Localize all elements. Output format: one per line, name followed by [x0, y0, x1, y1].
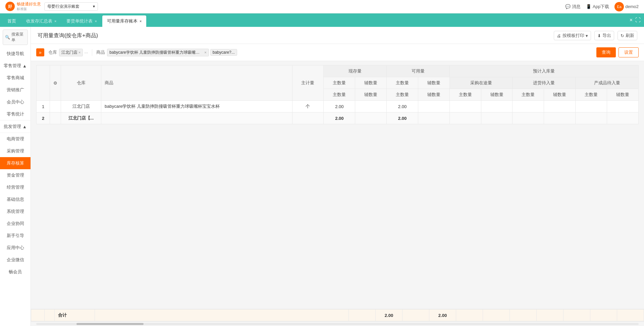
- sidebar-item-member[interactable]: 畅会员: [0, 266, 31, 278]
- sidebar-item-member-center[interactable]: 会员中心: [0, 96, 31, 108]
- summary-p2: [510, 310, 537, 321]
- cell-incoming-aux: [544, 112, 576, 124]
- expand-icon: ▲: [22, 124, 27, 129]
- th-available-main: 主数量: [387, 77, 418, 89]
- th-purchase-group: 采购在途量: [449, 77, 513, 89]
- summary-p6: [617, 310, 644, 321]
- tab-income-summary[interactable]: 收发存汇总表 ×: [21, 15, 61, 27]
- sidebar-item-label: 电商管理: [7, 136, 24, 142]
- sidebar-item-label: 营销推广: [7, 87, 24, 93]
- tab-bar-actions: × ⛶: [630, 17, 641, 23]
- close-icon[interactable]: ×: [204, 50, 206, 54]
- search-label: 搜索菜单: [11, 32, 25, 43]
- summary-available-aux: [456, 310, 483, 321]
- summary-p4: [564, 310, 590, 321]
- sidebar-item-operations[interactable]: 经营管理: [0, 181, 31, 193]
- product-tag-1[interactable]: babycare学饮杯 儿童防摔防撞吸管杯重力球吸嘴杯宝宝水杯 ×: [107, 49, 209, 56]
- sidebar-item-new-guide[interactable]: 新手引导: [0, 230, 31, 242]
- sidebar-item-label: 畅会员: [9, 269, 22, 275]
- close-icon[interactable]: ×: [54, 19, 56, 23]
- sidebar-item-retail-mgmt[interactable]: 零售管理 ▲: [0, 60, 31, 72]
- top-bar-right: 💬 消息 📱 App下载 Ea demo2: [565, 2, 639, 11]
- table-footer: 合计 2.00 2.00: [31, 309, 644, 321]
- settings-btn[interactable]: 设置: [619, 47, 639, 57]
- sidebar-item-wholesale-mgmt[interactable]: 批发管理 ▲: [0, 121, 31, 133]
- summary-empty2: [45, 310, 55, 321]
- table-row[interactable]: 2 江北门店【... 2.00 2.00: [37, 112, 639, 124]
- filter-expand-btn[interactable]: »: [36, 48, 44, 56]
- sidebar-item-finance[interactable]: 资金管理: [0, 169, 31, 181]
- sidebar-item-retail-mall[interactable]: 零售商城: [0, 72, 31, 84]
- app-download-btn[interactable]: 📱 App下载: [586, 4, 609, 10]
- th-incoming-group: 进货待入量: [513, 77, 576, 89]
- sidebar-item-inventory[interactable]: 库存核算: [0, 157, 31, 169]
- th-stock-aux2: 辅数量: [355, 89, 387, 101]
- query-btn[interactable]: 查询: [596, 47, 616, 57]
- sidebar-search-btn[interactable]: 🔍 搜索菜单: [3, 30, 28, 45]
- warehouse-tag[interactable]: 江北门店 ×: [59, 49, 83, 56]
- th-incoming-main: 主数量: [513, 89, 544, 101]
- export-btn[interactable]: ⬇ 导出: [594, 31, 614, 40]
- sidebar-group-wholesale: 批发管理 ▲: [0, 121, 31, 133]
- close-icon[interactable]: ×: [95, 19, 97, 23]
- close-icon[interactable]: ×: [78, 50, 80, 54]
- user-name: demo2: [625, 4, 639, 9]
- th-incoming-aux: 辅数量: [544, 89, 576, 101]
- cell-purchase-main: [449, 101, 481, 112]
- export-icon: ⬇: [597, 33, 601, 38]
- summary-label: 合计: [55, 310, 95, 321]
- sidebar-item-label: 企业协同: [7, 221, 24, 227]
- th-settings[interactable]: ⚙: [50, 65, 61, 101]
- th-avail-main2: 主数量: [387, 89, 418, 101]
- store-selector[interactable]: 母婴行业演示账套 ▾: [44, 2, 98, 11]
- tab-home-label: 首页: [7, 18, 16, 24]
- summary-p3: [537, 310, 564, 321]
- cell-index: 1: [37, 101, 50, 112]
- tab-demand-stats[interactable]: 要货单统计表 ×: [62, 15, 101, 27]
- sidebar-item-retail-stats[interactable]: 零售统计: [0, 108, 31, 120]
- logo-area: 好 畅捷通好生意 标准版: [5, 2, 41, 11]
- template-print-btn[interactable]: 🖨 按模板打印 ▾: [554, 31, 591, 40]
- close-all-tabs-btn[interactable]: ×: [630, 17, 633, 23]
- scroll-thumb[interactable]: [76, 323, 144, 325]
- refresh-btn[interactable]: ↻ 刷新: [618, 31, 637, 40]
- product-tag-2[interactable]: babycare?...: [210, 49, 237, 56]
- th-available-group: 可用量: [387, 65, 450, 77]
- filter-more-btn[interactable]: ···: [84, 50, 88, 55]
- tab-available-stock[interactable]: 可用量库存账本 ×: [102, 15, 146, 27]
- expand-btn[interactable]: ⛶: [635, 17, 641, 23]
- sidebar-item-label: 快捷导航: [7, 51, 24, 57]
- cell-unit: 个: [292, 101, 324, 112]
- close-icon[interactable]: ×: [140, 19, 142, 23]
- th-unit: 主计量: [292, 65, 324, 101]
- sidebar-item-label: 应用中心: [7, 245, 24, 251]
- summary-stock-main: 2.00: [376, 310, 402, 321]
- sidebar-item-quick-nav[interactable]: 快捷导航: [0, 48, 31, 60]
- th-stock-main: 主数量: [324, 77, 355, 89]
- logo-icon: 好: [5, 2, 15, 11]
- sidebar-item-purchase[interactable]: 采购管理: [0, 145, 31, 157]
- summary-p5: [590, 310, 617, 321]
- cell-settings: [50, 112, 61, 124]
- sidebar-item-enterprise-wechat[interactable]: 企业微信: [0, 254, 31, 266]
- summary-product: [95, 310, 349, 321]
- sidebar-item-enterprise[interactable]: 企业协同: [0, 218, 31, 230]
- sidebar-item-system[interactable]: 系统管理: [0, 205, 31, 218]
- mobile-icon: 📱: [586, 4, 591, 9]
- user-profile[interactable]: Ea demo2: [614, 2, 639, 11]
- refresh-icon: ↻: [621, 33, 624, 38]
- scroll-track[interactable]: [36, 323, 639, 325]
- th-product: 商品: [101, 65, 292, 101]
- filter-bar: » 仓库 江北门店 × ··· 商品 babycare学饮杯 儿童防摔防撞吸管杯…: [31, 44, 644, 61]
- sidebar-item-ecommerce[interactable]: 电商管理: [0, 133, 31, 145]
- sidebar-item-label: 会员中心: [7, 99, 24, 105]
- sidebar-item-label: 零售管理: [4, 63, 21, 69]
- message-btn[interactable]: 💬 消息: [565, 4, 581, 10]
- table-row[interactable]: 1 江北门店 babycare学饮杯 儿童防摔防撞吸管杯重力球吸嘴杯宝宝水杯 个…: [37, 101, 639, 112]
- cell-warehouse: 江北门店【...: [61, 112, 101, 124]
- sidebar-item-basic-info[interactable]: 基础信息: [0, 193, 31, 205]
- tab-home[interactable]: 首页: [3, 15, 21, 27]
- sidebar-item-app-center[interactable]: 应用中心: [0, 242, 31, 254]
- sidebar-item-marketing[interactable]: 营销推广: [0, 84, 31, 96]
- tab-income-summary-label: 收发存汇总表: [26, 18, 52, 24]
